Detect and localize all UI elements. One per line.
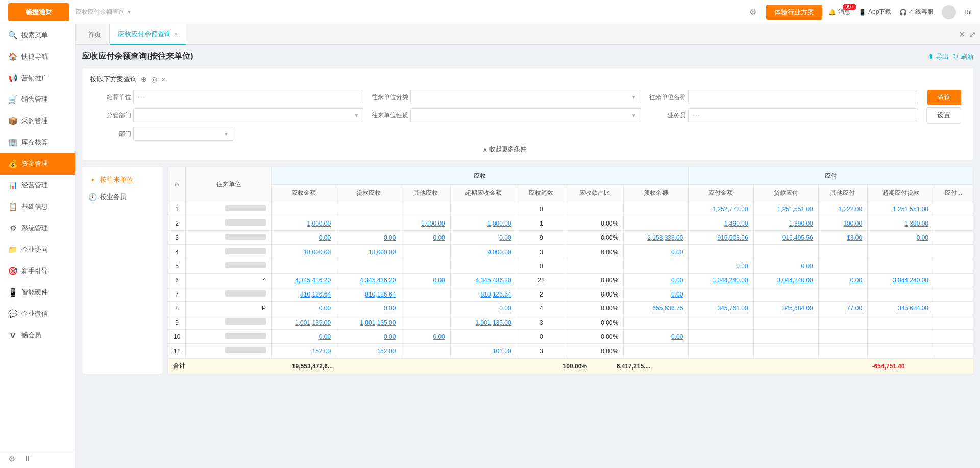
- sidebar-item-label: 搜索菜单: [21, 31, 48, 40]
- table-row: 30.000.000.000.0090.00%2,153,333.00915,5…: [168, 231, 973, 245]
- sidebar-item-marketing[interactable]: 📢 营销推广: [0, 67, 75, 89]
- sidebar-item-system[interactable]: ⚙ 系统管理: [0, 217, 75, 239]
- th-yingshou-bishu: 应收笔数: [517, 185, 566, 202]
- app-download-btn[interactable]: 📱 App下载: [859, 8, 891, 16]
- operations-icon: 📊: [8, 181, 17, 190]
- table-settings-icon[interactable]: ⚙: [174, 181, 180, 188]
- home-icon: 🏠: [8, 52, 17, 61]
- close-window-icon[interactable]: ✕: [959, 30, 965, 39]
- sidebar-item-member[interactable]: V 畅会员: [0, 325, 75, 346]
- filter-item-yewuyuan[interactable]: 🕐 按业务员: [82, 188, 163, 206]
- sidebar-item-label: 企业协同: [21, 245, 48, 254]
- chevron-down-icon: ▼: [127, 9, 132, 15]
- th-daikuan-yingshou: 贷款应收: [336, 185, 401, 202]
- sidebar-item-basic[interactable]: 📋 基础信息: [0, 196, 75, 217]
- export-icon: ⬆: [928, 53, 934, 60]
- export-btn[interactable]: ⬆ 导出: [928, 52, 949, 61]
- footer-yingshou: 19,553,472,6...: [222, 363, 333, 370]
- input-jiesuan[interactable]: ···: [133, 90, 363, 104]
- collab-icon: 📁: [8, 245, 17, 254]
- footer-label: 合计: [173, 362, 214, 371]
- trial-btn[interactable]: 体验行业方案: [766, 5, 822, 20]
- input-fenleiming[interactable]: ▼: [410, 90, 641, 104]
- sidebar-item-operations[interactable]: 📊 经营管理: [0, 175, 75, 196]
- sidebar-item-label: 营销推广: [21, 73, 48, 83]
- sidebar-item-purchase[interactable]: 📦 采购管理: [0, 110, 75, 132]
- field-label-jiesuan: 结算单位: [90, 93, 131, 102]
- collapse-footer-btn[interactable]: ⏸: [23, 454, 32, 464]
- message-btn[interactable]: 🔔 消息 99+: [828, 8, 850, 16]
- sidebar-item-label: 快捷导航: [21, 52, 48, 61]
- search-icon: 🔍: [8, 31, 17, 40]
- dropdown-arrow-icon3: ▼: [631, 113, 636, 118]
- query-btn[interactable]: 查询: [927, 90, 961, 105]
- field-label-fenguan: 分管部门: [90, 111, 131, 120]
- basic-icon: 📋: [8, 202, 17, 211]
- sidebar-item-collab[interactable]: 📁 企业协同: [0, 239, 75, 260]
- sidebar-item-label: 经营管理: [21, 181, 48, 190]
- message-badge: 99+: [843, 4, 856, 10]
- th-chaoqi-yingfu: 超期应付贷款: [868, 185, 934, 202]
- gear-icon[interactable]: ⚙: [746, 5, 760, 19]
- sidebar-item-inventory[interactable]: 🏢 库存核算: [0, 132, 75, 153]
- input-fenguan[interactable]: ▼: [133, 108, 363, 122]
- settings-btn[interactable]: 设置: [926, 107, 961, 124]
- system-icon: ⚙: [8, 224, 17, 233]
- input-wanglaiming[interactable]: [688, 90, 918, 104]
- sidebar-item-guide[interactable]: 🎯 新手引导: [0, 260, 75, 282]
- filter-label-wanglai: 按往来单位: [100, 175, 133, 184]
- data-table-wrapper: ⚙ 往来单位 应收 应付 应收金额 贷款应收 其他应收: [167, 166, 974, 359]
- add-condition-btn[interactable]: ⊕: [141, 75, 147, 83]
- field-wanglaiming: 往来单位名称: [645, 90, 918, 104]
- target-icon[interactable]: ◎: [151, 75, 157, 83]
- sidebar-item-label: 销售管理: [21, 95, 48, 104]
- tab-bar: 首页 应收应付余额查询 × ✕ ⤢: [76, 24, 980, 45]
- app-icon: 📱: [859, 9, 866, 16]
- app-logo: 畅捷通财: [8, 3, 69, 21]
- content-area: 🔸 按往来单位 🕐 按业务员: [82, 166, 974, 374]
- refresh-btn[interactable]: ↻ 刷新: [953, 52, 974, 61]
- collapse-icon[interactable]: «: [161, 75, 165, 83]
- th-yingshou-group: 应收: [271, 167, 688, 185]
- filter-item-wanglai[interactable]: 🔸 按往来单位: [82, 171, 163, 188]
- th-gear: ⚙: [168, 167, 186, 202]
- search-form: 结算单位 ··· 往来单位分类 ▼: [90, 90, 965, 154]
- tab-home[interactable]: 首页: [80, 24, 110, 45]
- sidebar-item-finance[interactable]: 💰 资金管理: [0, 153, 75, 175]
- sidebar-item-nav[interactable]: 🏠 快捷导航: [0, 46, 75, 67]
- sidebar-item-label: 畅会员: [21, 331, 41, 340]
- sidebar-item-sales[interactable]: 🛒 销售管理: [0, 89, 75, 110]
- th-yingfu2: 应付...: [934, 185, 973, 202]
- collapse-btn[interactable]: ∧ 收起更多条件: [483, 145, 526, 154]
- page-header: 应收应付余额查询(按往来单位) ⬆ 导出 ↻ 刷新: [82, 51, 974, 62]
- page-title: 应收应付余额查询(按往来单位): [82, 51, 193, 62]
- sidebar-item-wechat[interactable]: 💬 企业微信: [0, 303, 75, 325]
- settings-footer-btn[interactable]: ⚙: [8, 454, 15, 464]
- online-service-btn[interactable]: 🎧 在线客服: [899, 8, 934, 16]
- input-yewuyuan[interactable]: ···: [688, 108, 918, 122]
- sidebar-item-search[interactable]: 🔍 搜索菜单: [0, 24, 75, 46]
- maximize-icon[interactable]: ⤢: [969, 30, 976, 39]
- sidebar-item-hardware[interactable]: 📱 智能硬件: [0, 282, 75, 303]
- field-label-bumen: 部门: [90, 130, 131, 138]
- data-table: ⚙ 往来单位 应收 应付 应收金额 贷款应收 其他应收: [168, 167, 973, 358]
- sidebar-item-label: 基础信息: [21, 202, 48, 211]
- input-bumen[interactable]: ▼: [133, 127, 233, 141]
- table-row: 101,252,773.001,251,551.001,222.001,251,…: [168, 202, 973, 216]
- field-fenleiming: 往来单位分类 ▼: [368, 90, 641, 104]
- search-row-1: 结算单位 ··· 往来单位分类 ▼: [90, 90, 918, 104]
- input-xingzhi[interactable]: ▼: [410, 108, 641, 122]
- tab-close-icon[interactable]: ×: [174, 31, 178, 38]
- table-footer: 合计 19,553,472,6... 100.00% 6,417,215....…: [167, 359, 974, 374]
- sidebar-item-label: 系统管理: [21, 224, 48, 233]
- tab-ar-query[interactable]: 应收应付余额查询 ×: [110, 24, 186, 45]
- th-daikuan-yingfu: 贷款应付: [753, 185, 818, 202]
- top-bar-right: 🔔 消息 99+ 📱 App下载 🎧 在线客服 Rit: [828, 5, 972, 19]
- th-chaoqi-yingshou: 超期应收金额: [450, 185, 517, 202]
- avatar[interactable]: [942, 5, 956, 19]
- field-label-xingzhi: 往来单位性质: [368, 111, 408, 120]
- filter-icon-wanglai: 🔸: [88, 176, 97, 184]
- field-label-yewuyuan: 业务员: [645, 111, 686, 120]
- table-row: 91,001,135.001,001,135.001,001,135.0030.…: [168, 315, 973, 330]
- filter-panel: 🔸 按往来单位 🕐 按业务员: [82, 166, 163, 374]
